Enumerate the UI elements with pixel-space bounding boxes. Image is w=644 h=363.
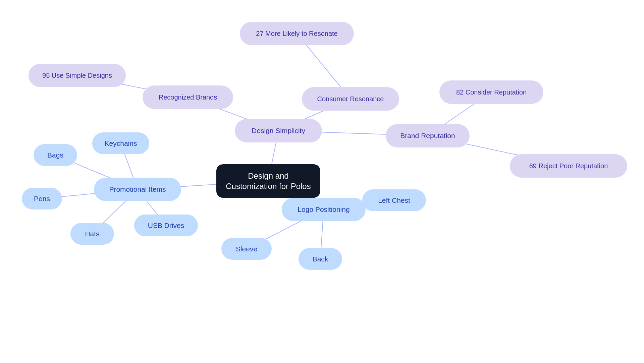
node-95-simple[interactable]: 95 Use Simple Designs [29,64,126,87]
node-back[interactable]: Back [299,248,342,270]
node-69-reject[interactable]: 69 Reject Poor Reputation [510,154,627,178]
center-node[interactable]: Design and Customization for Polos [216,164,320,198]
node-design-simplicity[interactable]: Design Simplicity [235,119,322,142]
node-hats[interactable]: Hats [70,223,114,245]
node-left-chest[interactable]: Left Chest [362,189,426,211]
node-sleeve[interactable]: Sleeve [221,238,272,260]
node-bags[interactable]: Bags [34,144,77,166]
node-logo-positioning[interactable]: Logo Positioning [282,198,366,221]
node-keychains[interactable]: Keychains [92,132,149,154]
node-27-resonate[interactable]: 27 More Likely to Resonate [240,22,354,45]
node-brand-reputation[interactable]: Brand Reputation [386,124,470,147]
mindmap-container: Design and Customization for PolosDesign… [0,0,644,363]
node-82-consider[interactable]: 82 Consider Reputation [439,80,543,104]
node-usb-drives[interactable]: USB Drives [134,215,198,236]
node-recognized-brands[interactable]: Recognized Brands [143,85,233,109]
node-consumer-resonance[interactable]: Consumer Resonance [302,87,399,111]
node-promotional-items[interactable]: Promotional Items [94,178,181,201]
node-pens[interactable]: Pens [22,188,62,209]
